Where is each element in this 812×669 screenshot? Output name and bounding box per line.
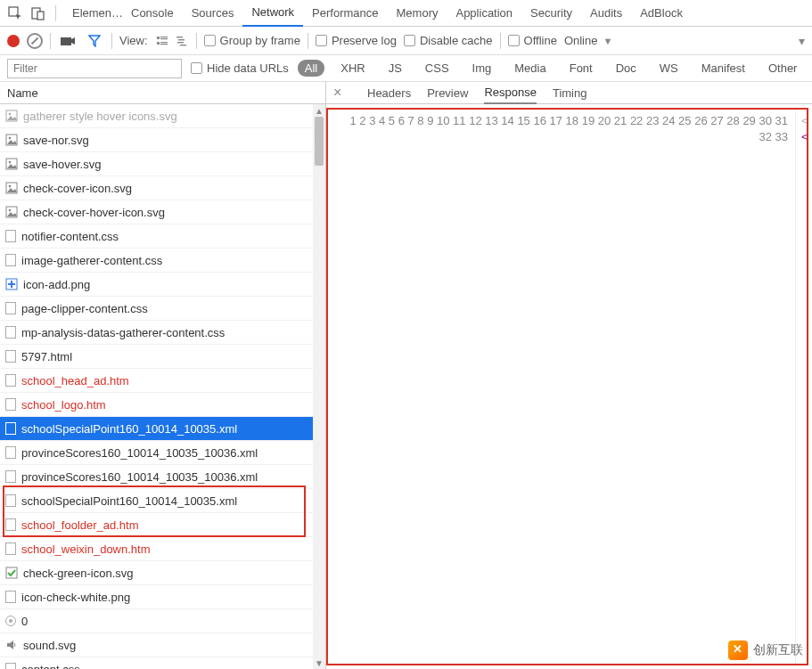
file-label: provinceScores160_10014_10035_10036.xml: [21, 470, 258, 484]
svg-point-19: [9, 161, 12, 164]
screenshot-icon[interactable]: [58, 31, 78, 51]
filter-type-ws[interactable]: WS: [652, 60, 685, 77]
scroll-up-icon[interactable]: ▲: [313, 104, 325, 117]
list-item[interactable]: mp-analysis-datas-gatherer-content.css: [0, 321, 325, 345]
main-area: Name gatherer style hover icons.svg save…: [0, 82, 812, 669]
record-button[interactable]: [7, 35, 20, 47]
svg-rect-9: [160, 44, 168, 45]
checkbox-icon: [316, 35, 327, 46]
scrollbar[interactable]: ▲ ▼: [313, 104, 325, 669]
large-rows-icon[interactable]: [155, 34, 169, 48]
file-label: school_foolder_ad.htm: [21, 518, 139, 532]
list-item[interactable]: image-gatherer-content.css: [0, 249, 325, 273]
clear-button[interactable]: [27, 33, 43, 49]
list-item[interactable]: 5797.html: [0, 345, 325, 369]
file-label: page-clipper-content.css: [21, 302, 148, 315]
tab-sources[interactable]: Sources: [183, 0, 243, 27]
tab-headers[interactable]: Headers: [367, 82, 411, 104]
list-item[interactable]: save-hover.svg: [0, 152, 325, 176]
filter-type-other[interactable]: Other: [761, 60, 805, 77]
separator: [55, 5, 56, 21]
tab-audits[interactable]: Audits: [581, 0, 631, 27]
list-item[interactable]: school_head_ad.htm: [0, 369, 325, 393]
preserve-log-label: Preserve log: [332, 34, 397, 47]
file-label: content.css: [21, 663, 80, 670]
list-item[interactable]: page-clipper-content.css: [0, 297, 325, 321]
tab-timing[interactable]: Timing: [553, 82, 587, 104]
list-item[interactable]: provinceScores160_10014_10035_10036.xml: [0, 441, 325, 465]
detail-pane: × Headers Preview Response Timing 1 2 3 …: [326, 82, 812, 669]
svg-rect-27: [6, 567, 17, 578]
svg-rect-13: [180, 45, 186, 45]
tab-security[interactable]: Security: [521, 0, 581, 27]
throttle-select[interactable]: Online ▼: [564, 34, 612, 47]
disable-cache-checkbox[interactable]: Disable cache: [404, 34, 493, 47]
tab-application[interactable]: Application: [447, 0, 521, 27]
filter-type-xhr[interactable]: XHR: [333, 60, 372, 77]
doc-file-icon: [5, 470, 16, 483]
hide-data-urls-label: Hide data URLs: [207, 61, 289, 75]
list-item[interactable]: sound.svg: [0, 633, 325, 657]
tab-performance[interactable]: Performance: [303, 0, 387, 27]
tab-elements[interactable]: Elemen…: [63, 0, 122, 27]
hide-data-urls-checkbox[interactable]: Hide data URLs: [191, 61, 289, 75]
tab-console[interactable]: Console: [122, 0, 183, 27]
scroll-thumb[interactable]: [315, 117, 324, 166]
doc-file-icon: [5, 422, 16, 435]
file-label: check-green-icon.svg: [23, 567, 134, 580]
response-body[interactable]: 1 2 3 4 5 6 7 8 9 10 11 12 13 14 15 16 1…: [326, 108, 808, 665]
list-item[interactable]: save-nor.svg: [0, 128, 325, 152]
list-item[interactable]: 0: [0, 609, 325, 633]
checkbox-icon: [204, 35, 216, 46]
list-item[interactable]: provinceScores160_10014_10035_10036.xml: [0, 465, 325, 489]
file-label: icon-add.png: [23, 278, 90, 291]
list-item[interactable]: icon-check-white.png: [0, 585, 325, 609]
list-item[interactable]: school_weixin_down.htm: [0, 537, 325, 561]
group-by-frame-checkbox[interactable]: Group by frame: [204, 34, 300, 47]
tab-preview[interactable]: Preview: [427, 82, 468, 104]
close-detail-icon[interactable]: ×: [333, 85, 348, 101]
media-file-icon: [5, 639, 18, 651]
tab-memory[interactable]: Memory: [388, 0, 447, 27]
view-icons: [155, 34, 189, 48]
drawer-toggle-icon[interactable]: ▾: [799, 34, 805, 48]
offline-checkbox[interactable]: Offline: [508, 34, 557, 47]
list-item[interactable]: check-green-icon.svg: [0, 561, 325, 585]
list-item[interactable]: school_foolder_ad.htm: [0, 513, 325, 537]
filter-type-css[interactable]: CSS: [418, 60, 456, 77]
filter-type-media[interactable]: Media: [507, 60, 553, 77]
filter-type-font[interactable]: Font: [562, 60, 600, 77]
list-item[interactable]: gatherer style hover icons.svg: [0, 104, 325, 128]
scroll-down-icon[interactable]: ▼: [313, 657, 325, 669]
waterfall-icon[interactable]: [175, 34, 189, 48]
filter-type-all[interactable]: All: [298, 60, 324, 77]
name-column-header[interactable]: Name: [0, 82, 325, 104]
list-item[interactable]: notifier-content.css: [0, 224, 325, 249]
tab-adblock[interactable]: AdBlock: [631, 0, 692, 27]
plus-file-icon: [5, 278, 18, 290]
tab-response[interactable]: Response: [484, 82, 537, 104]
filter-type-manifest[interactable]: Manifest: [694, 60, 752, 77]
filter-type-js[interactable]: JS: [381, 60, 409, 77]
image-file-icon: [5, 134, 18, 146]
list-item[interactable]: school_logo.htm: [0, 393, 325, 417]
file-label: check-cover-icon.svg: [23, 182, 132, 195]
svg-rect-11: [178, 39, 185, 40]
list-item[interactable]: schoolSpecialPoint160_10014_10035.xml: [0, 489, 325, 513]
list-item[interactable]: check-cover-icon.svg: [0, 176, 325, 200]
detail-tabs: × Headers Preview Response Timing: [326, 82, 812, 104]
list-item[interactable]: check-cover-hover-icon.svg: [0, 200, 325, 224]
filter-type-img[interactable]: Img: [465, 60, 499, 77]
list-item[interactable]: icon-add.png: [0, 273, 325, 297]
list-item-selected[interactable]: schoolSpecialPoint160_10014_10035.xml: [0, 417, 325, 441]
list-item[interactable]: content.css: [0, 657, 325, 669]
filter-input[interactable]: [7, 59, 182, 78]
chevron-down-icon: ▼: [603, 36, 612, 46]
filter-icon[interactable]: [85, 31, 104, 51]
file-label: 0: [21, 615, 28, 628]
preserve-log-checkbox[interactable]: Preserve log: [316, 34, 397, 47]
tab-network[interactable]: Network: [242, 0, 303, 27]
filter-type-doc[interactable]: Doc: [609, 60, 644, 77]
device-toggle-icon[interactable]: [29, 4, 48, 23]
inspect-icon[interactable]: [5, 4, 25, 23]
